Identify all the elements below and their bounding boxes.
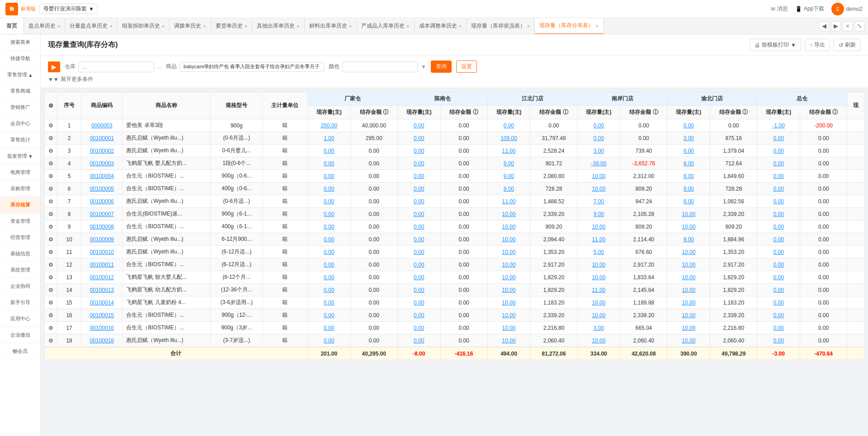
sidebar-item-marketing[interactable]: 营销推广 [0,99,40,116]
row-gear[interactable]: ⚙ [45,258,57,271]
goods-input[interactable] [179,62,324,72]
row-gear[interactable]: ⚙ [45,119,57,132]
row-unit: 箱 [263,309,308,322]
row-f-bal: 0.00 [350,208,397,220]
tab-close-status[interactable]: × [527,23,530,29]
tab-next-btn[interactable]: ▶ [831,21,841,31]
table-row: ⚙ 2 00100001 惠氏启赋（Wyeth illu...) (0-6月适.… [45,132,864,145]
tab-close-cost[interactable]: × [459,23,462,29]
row-name: 飞鹤星飞帆 婴儿配方奶... [123,157,211,170]
row-gear[interactable]: ⚙ [45,296,57,309]
row-f-bal: 295.00 [350,132,397,145]
color-input[interactable] [342,61,418,72]
message-btn[interactable]: ✉ 消息 [771,5,788,13]
row-settings-icon: ⚙ [48,198,53,205]
org-selector[interactable]: 母婴行业演示陈套 ▼ [39,4,98,14]
tab-close-order[interactable]: × [245,23,247,29]
row-gear[interactable]: ⚙ [45,183,57,195]
settings-btn[interactable]: 设置 [456,61,477,73]
sidebar-item-wecom[interactable]: 企业微信 [0,327,40,343]
tab-close-combo[interactable]: × [162,23,165,29]
sidebar-item-search[interactable]: 搜索英单 [0,34,40,51]
row-na-bal: 0.00 [620,132,667,145]
sidebar-item-purchase[interactable]: 采购管理 [0,181,40,197]
sidebar-item-stock[interactable]: 库存核算 [0,197,40,213]
row-gear[interactable]: ⚙ [45,334,57,347]
tab-transfer[interactable]: 调拨单历史 × [170,18,211,34]
sidebar-item-retail-mgmt[interactable]: 零售管理 ▲ [0,67,40,83]
row-gear[interactable]: ⚙ [45,309,57,322]
row-gear[interactable]: ⚙ [45,145,57,157]
warehouse-input[interactable] [78,61,154,72]
tab-cost[interactable]: 成本调整单历史 × [415,18,467,34]
row-current [847,246,864,258]
footer-cn-bal: -416.16 [440,347,487,360]
tab-close-dist[interactable]: × [595,23,598,28]
row-gear[interactable]: ⚙ [45,271,57,284]
print-btn[interactable]: 🖨 按模板打印 ▼ [750,39,801,51]
tab-close-material[interactable]: × [349,23,352,29]
gear-icon[interactable]: ⚙ [48,103,53,109]
query-btn[interactable]: 查询 [431,61,452,73]
sidebar-item-wholesale[interactable]: 批发管理 ▼ [0,148,40,164]
row-name: 合生元（BIOSTIME）... [123,220,211,233]
tab-close-transfer[interactable]: × [203,23,206,29]
row-gear[interactable]: ⚙ [45,246,57,258]
refresh-btn[interactable]: ↺ 刷新 [834,39,861,51]
sidebar-item-retail-stats[interactable]: 零售统计 [0,132,40,148]
row-gear[interactable]: ⚙ [45,132,57,145]
app-download-btn[interactable]: 📱 App下载 [795,5,824,13]
tab-other-out[interactable]: 其他出库单历史 × [252,18,304,34]
row-t-stock: 0.00 [757,170,800,183]
sidebar-item-nav[interactable]: 快捷导航 [0,51,40,67]
tab-close-product[interactable]: × [406,23,409,29]
tab-home[interactable]: 首页 [0,18,24,34]
row-gear[interactable]: ⚙ [45,220,57,233]
user-avatar[interactable]: E demo2 [831,3,863,15]
row-gear[interactable]: ⚙ [45,195,57,208]
row-gear[interactable]: ⚙ [45,284,57,296]
tab-close-inventory[interactable]: × [57,23,60,29]
tab-stock-status[interactable]: 现存量（库存状况表） × [467,18,535,34]
export-btn[interactable]: ↑ 导出 [805,39,830,51]
sidebar-item-collab[interactable]: 企业协同 [0,278,40,295]
tab-expand-btn[interactable]: ⤡ [854,21,864,31]
row-unit: 箱 [263,145,308,157]
sidebar-item-basic[interactable]: 基础信息 [0,246,40,262]
tab-combo[interactable]: 组装拆卸单历史 × [118,18,170,34]
tab-inventory-count[interactable]: 盘点单历史 × [24,18,65,34]
row-gear[interactable]: ⚙ [45,208,57,220]
tab-close-partial[interactable]: × [109,23,112,29]
sidebar-item-guide[interactable]: 新手引导 [0,295,40,311]
sidebar-item-ecommerce[interactable]: 电商管理 [0,164,40,181]
row-yb-stock: 10.00 [667,258,710,271]
row-gear[interactable]: ⚙ [45,322,57,334]
row-spec: (3-7岁适...) [211,334,263,347]
row-gear[interactable]: ⚙ [45,157,57,170]
row-jb-bal: 1,829.20 [530,271,577,284]
tab-material[interactable]: 材料出库单历史 × [305,18,357,34]
sidebar-item-member[interactable]: 会员中心 [0,116,40,132]
row-na-stock: 9.00 [577,208,620,220]
sidebar-item-finance[interactable]: 资金管理 [0,213,40,230]
color-label: 颜色 [329,63,340,70]
filter-collapse-btn[interactable]: ▶ [48,61,60,72]
sidebar-item-retail-shop[interactable]: 零售商城 [0,83,40,99]
sidebar-item-operation[interactable]: 经营管理 [0,230,40,246]
tab-close-other[interactable]: × [297,23,299,29]
row-cn-stock: 0.00 [397,246,440,258]
row-gear[interactable]: ⚙ [45,233,57,246]
row-t-bal: 0.00 [800,271,847,284]
tab-close-all-btn[interactable]: × [843,21,853,31]
tab-product-in[interactable]: 产成品入库单历史 × [357,18,414,34]
expand-more-btn[interactable]: ▼▼ 展开更多条件 [48,75,861,83]
tab-partial-count[interactable]: 分量盘点单历史 × [65,18,117,34]
tab-stock-dist[interactable]: 现存量（库存分布表） × [535,18,603,34]
row-gear[interactable]: ⚙ [45,170,57,183]
sidebar-item-appstore[interactable]: 应用中心 [0,311,40,327]
tab-order[interactable]: 要货单历史 × [211,18,252,34]
row-t-stock: 0.00 [757,271,800,284]
sidebar-item-system[interactable]: 系统管理 [0,262,40,278]
tab-prev-btn[interactable]: ◀ [819,21,829,31]
sidebar-item-vip[interactable]: 畅会员 [0,343,40,360]
